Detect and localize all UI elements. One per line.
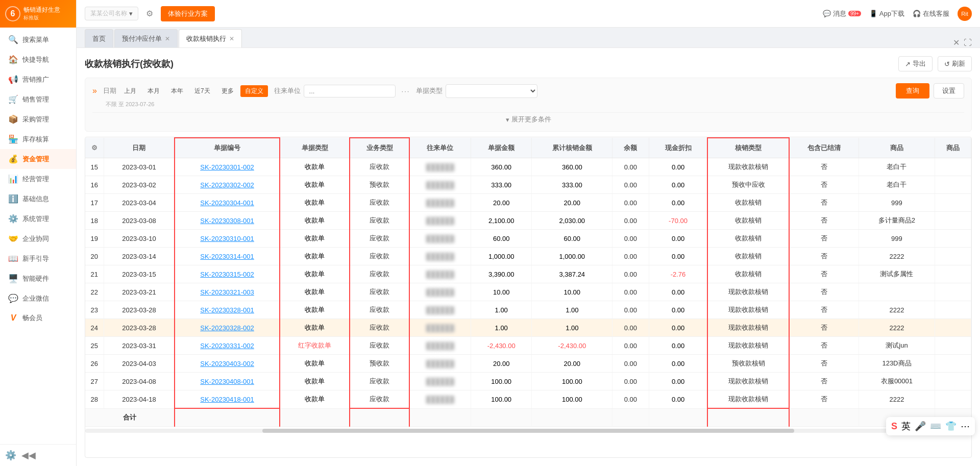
sidebar-item-sales[interactable]: 🛒 销售管理 — [0, 89, 76, 109]
sidebar-item-search[interactable]: 🔍 搜索菜单 — [0, 30, 76, 50]
cell-partner: ██████ — [409, 355, 471, 373]
enterprise-icon: 🤝 — [8, 234, 18, 243]
app-download-button[interactable]: 📱 App下载 — [869, 9, 904, 18]
sidebar-item-purchase[interactable]: 📦 采购管理 — [0, 109, 76, 129]
export-button[interactable]: ↗ 导出 — [898, 56, 933, 71]
topbar: 某某公司名称 ▾ ⚙ 体验行业方案 💬 消息 99+ 📱 App下载 🎧 在线客… — [77, 0, 980, 28]
bill-no-link[interactable]: SK-20230418-001 — [200, 396, 254, 403]
gear-button[interactable]: ⚙ — [142, 7, 157, 21]
float-icon-keyboard[interactable]: ⌨️ — [930, 421, 941, 432]
tab-payable-close[interactable]: ✕ — [165, 35, 170, 42]
sidebar-item-marketing[interactable]: 📢 营销推广 — [0, 69, 76, 89]
partner-input[interactable] — [304, 85, 396, 97]
horizontal-scrollbar[interactable] — [85, 429, 971, 433]
company-selector[interactable]: 某某公司名称 ▾ — [85, 7, 138, 20]
cell-no: 18 — [85, 212, 104, 230]
sidebar-item-wechat[interactable]: 💬 企业微信 — [0, 288, 76, 308]
float-icon-shirt[interactable]: 👕 — [945, 421, 957, 432]
cell-amount: 100.00 — [471, 373, 531, 390]
this-year-btn[interactable]: 本年 — [166, 85, 188, 97]
table-row: 15 2023-03-01 SK-20230301-002 收款单 应收款 ██… — [85, 158, 971, 176]
sidebar-item-finance[interactable]: 💰 资金管理 — [0, 149, 76, 169]
sidebar-item-hardware[interactable]: 🖥️ 智能硬件 — [0, 268, 76, 288]
maximize-icon[interactable]: ⛶ — [964, 38, 972, 47]
sidebar-item-enterprise[interactable]: 🤝 企业协同 — [0, 229, 76, 249]
online-service-button[interactable]: 🎧 在线客服 — [913, 9, 949, 18]
bill-no-link[interactable]: SK-20230304-001 — [200, 199, 254, 207]
bill-no-link[interactable]: SK-20230408-001 — [200, 378, 254, 385]
expand-more-btn[interactable]: ▾ 展开更多条件 — [92, 112, 964, 126]
tabbar-actions: ✕ ⛶ — [953, 38, 972, 47]
sidebar-item-member[interactable]: V 畅会员 — [0, 308, 76, 328]
cell-no: 15 — [85, 158, 104, 176]
bill-no-link[interactable]: SK-20230314-001 — [200, 253, 254, 260]
close-all-icon[interactable]: ✕ — [953, 38, 960, 47]
bill-no-link[interactable]: SK-20230328-002 — [200, 324, 254, 332]
collapse-icon[interactable]: ◀◀ — [21, 450, 36, 461]
sidebar-item-quick[interactable]: 🏠 快捷导航 — [0, 50, 76, 69]
tab-payable[interactable]: 预付冲应付单 ✕ — [114, 29, 178, 47]
bill-no-link[interactable]: SK-20230403-002 — [200, 360, 254, 367]
bill-no-link[interactable]: SK-20230321-003 — [200, 288, 254, 296]
footer-include-settled — [789, 408, 859, 426]
settings-button[interactable]: 设置 — [934, 83, 964, 99]
cell-goods: 衣服00001 — [859, 373, 935, 390]
tab-receipt-close[interactable]: ✕ — [229, 35, 234, 42]
cell-date: 2023-04-08 — [104, 373, 175, 390]
this-month-btn[interactable]: 本月 — [143, 85, 164, 97]
bill-no-link[interactable]: SK-20230308-001 — [200, 217, 254, 225]
cell-no: 21 — [85, 265, 104, 283]
industry-button[interactable]: 体验行业方案 — [161, 6, 215, 21]
cell-writeoff-type: 预收款核销 — [707, 355, 789, 373]
cell-biz-type: 应收款 — [350, 283, 409, 301]
table-row: 27 2023-04-08 SK-20230408-001 收款单 应收款 ██… — [85, 373, 971, 390]
bill-no-link[interactable]: SK-20230328-001 — [200, 306, 254, 314]
bill-no-link[interactable]: SK-20230301-002 — [200, 163, 254, 171]
custom-btn[interactable]: 自定义 — [240, 85, 268, 97]
float-icon-text[interactable]: 英 — [901, 420, 911, 432]
filter-collapse-icon[interactable]: » — [92, 86, 97, 95]
table-row: 18 2023-03-08 SK-20230308-001 收款单 应收款 ██… — [85, 212, 971, 230]
float-icon-more[interactable]: ⋯ — [961, 421, 970, 432]
sidebar-item-system[interactable]: ⚙️ 系统管理 — [0, 209, 76, 229]
sales-icon: 🛒 — [8, 94, 18, 104]
sidebar-item-operations[interactable]: 📊 经营管理 — [0, 169, 76, 189]
query-button[interactable]: 查询 — [896, 83, 929, 99]
bill-no-link[interactable]: SK-20230315-002 — [200, 271, 254, 278]
bill-type-select[interactable] — [446, 84, 537, 98]
recent7-btn[interactable]: 近7天 — [190, 85, 215, 97]
cell-written-off: 10.00 — [532, 283, 612, 301]
more-btn[interactable]: 更多 — [217, 85, 238, 97]
cell-goods2 — [935, 158, 971, 176]
float-icon-mic[interactable]: 🎤 — [915, 421, 926, 432]
cell-written-off: 1.00 — [532, 319, 612, 337]
bill-no-link[interactable]: SK-20230331-002 — [200, 342, 254, 350]
refresh-button[interactable]: ↺ 刷新 — [938, 56, 972, 71]
col-cash-discount: 现金折扣 — [649, 138, 707, 158]
col-gear[interactable]: ⚙ — [85, 138, 104, 158]
settings-bottom-icon[interactable]: ⚙️ — [5, 450, 16, 461]
prev-month-btn[interactable]: 上月 — [119, 85, 141, 97]
sidebar-item-label: 搜索菜单 — [22, 35, 49, 44]
cell-cash-discount: 0.00 — [649, 319, 707, 337]
logo-badge: 标推版 — [23, 14, 60, 21]
cell-date: 2023-03-04 — [104, 194, 175, 212]
sidebar-item-inventory[interactable]: 🏪 库存核算 — [0, 129, 76, 149]
notification-button[interactable]: 💬 消息 99+ — [823, 9, 861, 18]
cell-biz-type: 应收款 — [350, 230, 409, 248]
chevron-down-icon: ▾ — [129, 10, 133, 17]
sidebar-item-guide[interactable]: 📖 新手引导 — [0, 249, 76, 268]
purchase-icon: 📦 — [8, 114, 18, 124]
cell-cash-discount: 0.00 — [649, 390, 707, 409]
bill-no-link[interactable]: SK-20230302-002 — [200, 181, 254, 189]
cell-cash-discount: -2.76 — [649, 265, 707, 283]
logo-icon: 6 — [5, 6, 20, 21]
cell-balance: 0.00 — [612, 212, 649, 230]
tab-receipt[interactable]: 收款核销执行 ✕ — [179, 29, 242, 47]
bill-no-link[interactable]: SK-20230310-001 — [200, 235, 254, 242]
footer-cash-discount — [649, 408, 707, 426]
tab-home[interactable]: 首页 — [85, 29, 113, 47]
cell-include-settled: 否 — [789, 301, 859, 319]
sidebar-item-basic[interactable]: ℹ️ 基础信息 — [0, 189, 76, 209]
user-avatar[interactable]: Rit — [958, 7, 972, 21]
